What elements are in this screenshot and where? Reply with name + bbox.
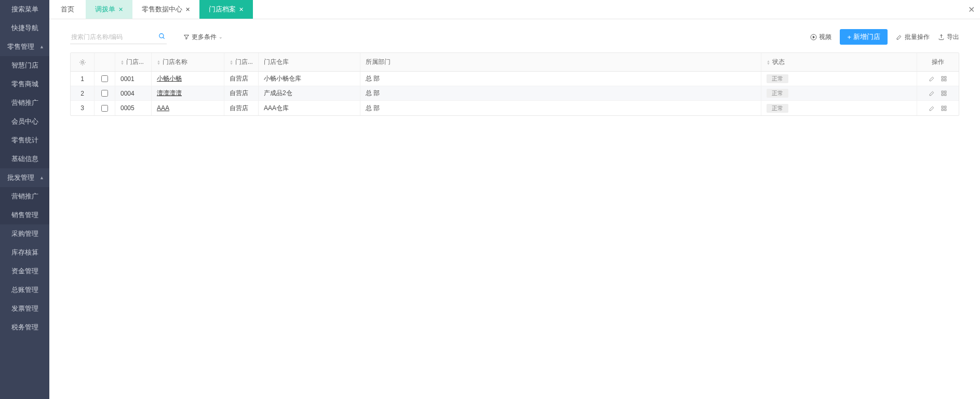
content-area: 更多条件 ⌄ 视频 + 新增门店 (49, 19, 980, 399)
sidebar-item-retail-mall[interactable]: 零售商城 (0, 75, 49, 94)
column-settings[interactable] (71, 53, 95, 71)
status-badge: 正常 (767, 74, 788, 83)
svg-rect-11 (945, 94, 946, 96)
batch-ops-button[interactable]: 批量操作 (896, 33, 930, 42)
sidebar-item-basic-info[interactable]: 基础信息 (0, 150, 49, 168)
store-name-link[interactable]: 澶澶澶澶 (157, 89, 182, 98)
sidebar-quick-nav[interactable]: 快捷导航 (0, 19, 49, 37)
sidebar-item-sales-mgmt[interactable]: 销售管理 (0, 206, 49, 224)
column-type-label: 门店... (235, 58, 253, 66)
search-wrap (70, 30, 167, 44)
sort-icon: ▲▼ (157, 60, 160, 65)
cell-status: 正常 (761, 86, 917, 100)
svg-rect-6 (942, 79, 943, 81)
table-row: 10001小畅小畅自营店小畅小畅仓库总 部正常 (71, 72, 959, 86)
sidebar-group-wholesale[interactable]: 批发管理 ▲ (0, 168, 49, 187)
search-input[interactable] (70, 30, 167, 44)
close-icon[interactable]: ✕ (118, 6, 123, 13)
cell-dept: 总 部 (360, 101, 761, 115)
column-ops: 操作 (917, 53, 959, 71)
status-badge: 正常 (767, 104, 788, 113)
cell-status: 正常 (761, 72, 917, 86)
cell-warehouse: 产成品2仓 (259, 86, 360, 100)
tab-bar: 首页 调拨单 ✕ 零售数据中心 ✕ 门店档案 ✕ ✕ (49, 0, 980, 19)
row-checkbox[interactable] (101, 75, 108, 82)
search-icon[interactable] (158, 33, 166, 40)
close-icon[interactable]: ✕ (239, 6, 244, 13)
cell-code: 0005 (115, 101, 152, 115)
store-name-link[interactable]: AAA (157, 104, 169, 112)
column-type[interactable]: ▲▼ 门店... (224, 53, 259, 71)
sidebar-item-invoice[interactable]: 发票管理 (0, 299, 49, 318)
column-warehouse-label: 门店仓库 (264, 58, 289, 66)
svg-rect-10 (942, 94, 943, 96)
svg-rect-5 (945, 76, 946, 78)
sidebar: 搜索菜单 快捷导航 零售管理 ▲ 智慧门店 零售商城 营销推广 会员中心 零售统… (0, 0, 49, 399)
tab-home[interactable]: 首页 (49, 0, 86, 19)
table-row: 30005AAA自营店AAA仓库总 部正常 (71, 101, 959, 115)
edit-row-button[interactable] (929, 90, 935, 97)
row-checkbox[interactable] (101, 105, 108, 112)
sort-icon: ▲▼ (120, 60, 124, 65)
more-conditions-label: 更多条件 (192, 33, 217, 42)
sidebar-item-smart-store[interactable]: 智慧门店 (0, 56, 49, 75)
column-ops-label: 操作 (932, 58, 944, 66)
tab-store-archive[interactable]: 门店档案 ✕ (199, 0, 253, 19)
export-label: 导出 (947, 33, 959, 42)
sidebar-item-funds[interactable]: 资金管理 (0, 262, 49, 281)
svg-rect-15 (945, 109, 946, 110)
column-dept-label: 所属部门 (366, 58, 391, 66)
cell-ops (917, 72, 959, 86)
row-checkbox[interactable] (101, 90, 108, 97)
close-all-tabs-button[interactable]: ✕ (962, 0, 980, 19)
column-status[interactable]: ▲▼ 状态 (761, 53, 917, 71)
sidebar-group-label: 批发管理 (7, 173, 34, 182)
more-row-button[interactable] (941, 75, 947, 82)
table-row: 20004澶澶澶澶自营店产成品2仓总 部正常 (71, 86, 959, 101)
sidebar-item-inventory[interactable]: 库存核算 (0, 243, 49, 262)
edit-row-button[interactable] (929, 75, 935, 82)
column-code[interactable]: ▲▼ 门店... (115, 53, 152, 71)
edit-row-button[interactable] (929, 105, 935, 112)
cell-dept: 总 部 (360, 72, 761, 86)
column-name-label: 门店名称 (163, 58, 187, 66)
sidebar-item-tax[interactable]: 税务管理 (0, 318, 49, 337)
sidebar-item-member[interactable]: 会员中心 (0, 112, 49, 131)
sidebar-item-marketing-2[interactable]: 营销推广 (0, 187, 49, 206)
sidebar-item-retail-stats[interactable]: 零售统计 (0, 131, 49, 150)
sidebar-item-purchase[interactable]: 采购管理 (0, 224, 49, 243)
sidebar-item-marketing[interactable]: 营销推广 (0, 94, 49, 112)
more-row-button[interactable] (941, 105, 947, 112)
store-table: ▲▼ 门店... ▲▼ 门店名称 ▲▼ 门店... 门店仓库 (70, 52, 959, 116)
tab-transfer-order[interactable]: 调拨单 ✕ (86, 0, 132, 19)
caret-up-icon: ▲ (39, 44, 44, 49)
column-code-label: 门店... (126, 58, 144, 66)
store-name-link[interactable]: 小畅小畅 (157, 74, 182, 83)
column-dept[interactable]: 所属部门 (360, 53, 761, 71)
video-label: 视频 (819, 33, 831, 42)
main: 首页 调拨单 ✕ 零售数据中心 ✕ 门店档案 ✕ ✕ (49, 0, 980, 399)
column-name[interactable]: ▲▼ 门店名称 (152, 53, 224, 71)
more-row-button[interactable] (941, 90, 947, 97)
batch-ops-label: 批量操作 (905, 33, 930, 42)
svg-rect-8 (942, 91, 943, 92)
sidebar-group-retail[interactable]: 零售管理 ▲ (0, 37, 49, 56)
cell-name: AAA (152, 101, 224, 115)
tab-retail-data-center[interactable]: 零售数据中心 ✕ (132, 0, 199, 19)
edit-icon (896, 34, 903, 41)
video-button[interactable]: 视频 (810, 33, 831, 42)
sidebar-search-menu[interactable]: 搜索菜单 (0, 0, 49, 19)
sidebar-item-ledger[interactable]: 总账管理 (0, 281, 49, 299)
column-warehouse[interactable]: 门店仓库 (259, 53, 360, 71)
cell-index: 1 (71, 72, 95, 86)
close-icon[interactable]: ✕ (185, 6, 190, 13)
column-status-label: 状态 (772, 58, 785, 66)
play-icon (810, 34, 817, 41)
new-store-button[interactable]: + 新增门店 (840, 29, 888, 45)
svg-rect-12 (942, 106, 943, 108)
export-button[interactable]: 导出 (938, 33, 959, 42)
status-badge: 正常 (767, 89, 788, 98)
more-conditions-button[interactable]: 更多条件 ⌄ (183, 33, 223, 42)
cell-checkbox (95, 101, 115, 115)
tab-label: 调拨单 (95, 5, 115, 14)
